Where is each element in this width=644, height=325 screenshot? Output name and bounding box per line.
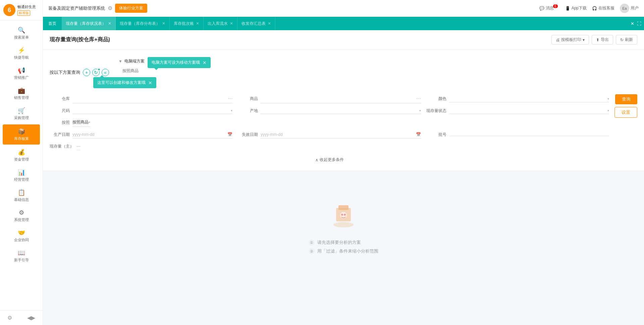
app-download-link[interactable]: 📱 App下载 xyxy=(565,5,587,11)
tooltip2-text: 这里可以创建和修改方案哦 xyxy=(97,80,146,86)
prod-date-input[interactable]: yyyy-mm-dd 📅 xyxy=(72,131,232,139)
sidebar-item-label: 新手引导 xyxy=(14,258,29,263)
export-btn[interactable]: ⬆ 导出 xyxy=(592,35,613,45)
inventory-icon: 📦 xyxy=(18,128,25,135)
sidebar-item-label: 库存核算 xyxy=(14,136,29,141)
size-select[interactable]: ▾ xyxy=(72,107,232,114)
by-select[interactable]: 按照商品 ▾ xyxy=(72,118,90,127)
enterprise-icon: 🤝 xyxy=(18,229,25,236)
origin-select[interactable]: ▾ xyxy=(261,107,421,114)
sidebar-item-sales[interactable]: 💼 销售管理 xyxy=(0,84,43,104)
origin-arrow-icon: ▾ xyxy=(419,109,421,112)
sidebar-item-system[interactable]: ⚙ 系统管理 xyxy=(0,206,43,226)
sidebar-item-marketing[interactable]: 📢 营销推广 xyxy=(0,63,43,84)
calendar-icon: 📅 xyxy=(227,132,232,137)
sidebar-item-basic[interactable]: 📋 基础信息 xyxy=(0,185,43,206)
tab-close-inventory-dist[interactable]: ✕ xyxy=(162,21,165,26)
svg-point-5 xyxy=(344,214,346,216)
color-select[interactable]: ▾ xyxy=(449,96,609,102)
refresh-btn[interactable]: ↻ 刷新 xyxy=(616,35,637,45)
online-support-link[interactable]: 🎧 在线客服 xyxy=(592,5,614,11)
sidebar-bottom: ⚙ ◀▶ xyxy=(0,310,43,325)
expire-date-input[interactable]: yyyy-mm-dd 📅 xyxy=(261,131,421,139)
set-btn[interactable]: 设置 xyxy=(614,107,637,118)
trial-btn[interactable]: 体验行业方案 xyxy=(115,4,147,13)
tooltip-scheme-mobile: 电脑方案可设为移动方案哦 ✕ xyxy=(148,57,211,68)
tab-maximize-icon[interactable]: ⛶ xyxy=(637,21,641,26)
filter-row-5: 现存量（主） — xyxy=(50,143,609,150)
tooltip1-close[interactable]: ✕ xyxy=(203,60,207,65)
settings-icon[interactable]: ⚙ xyxy=(7,315,12,321)
sidebar-item-enterprise[interactable]: 🤝 企业协同 xyxy=(0,226,43,246)
print-btn[interactable]: 🖨 按模板打印 ▾ xyxy=(551,35,589,45)
sales-icon: 💼 xyxy=(18,87,25,94)
header-right: 💬 消息 6 📱 App下载 🎧 在线客服 Ea 用户 xyxy=(539,4,639,13)
logo-text: 畅通好生意 标准版 xyxy=(17,4,36,15)
sidebar: 6 畅通好生意 标准版 🔍 搜索菜单 ⚡ 快捷导航 📢 营销推广 💼 销售管理 … xyxy=(0,0,43,325)
sidebar-item-search[interactable]: 🔍 搜索菜单 xyxy=(0,23,43,43)
tabs-actions: ✕ ⛶ xyxy=(631,21,644,26)
search-btn[interactable]: 查询 xyxy=(615,94,637,104)
filter-origin: 产地 ▾ xyxy=(238,107,421,114)
phone-icon: 📱 xyxy=(565,6,570,11)
sidebar-item-operations[interactable]: 📊 经营管理 xyxy=(0,165,43,185)
finance-icon: 💰 xyxy=(18,149,25,156)
sidebar-item-label: 经营管理 xyxy=(14,177,29,182)
tab-close-inout[interactable]: ✕ xyxy=(230,21,233,26)
filter-row-3: 按照 按照商品 ▾ xyxy=(50,118,609,127)
tab-inventory-status[interactable]: 现存量（库存状况表） ✕ xyxy=(62,17,116,30)
batch-label: 批号 xyxy=(426,132,446,138)
calendar2-icon: 📅 xyxy=(416,132,421,137)
filter-row-wrapper: 仓库 ··· 商品 ··· 颜色 xyxy=(50,94,637,165)
tab-close-summary[interactable]: ✕ xyxy=(268,21,271,26)
refresh-icon: ↻ xyxy=(620,38,624,42)
tab-inventory-dist[interactable]: 现存量（库存分布表） ✕ xyxy=(116,17,170,30)
headset-icon: 🎧 xyxy=(592,6,597,11)
batch-input[interactable] xyxy=(449,133,609,136)
sidebar-item-purchase[interactable]: 🛒 采购管理 xyxy=(0,104,43,124)
filter-col-btns: 查询 设置 xyxy=(614,94,637,118)
system-icon: ⚙ xyxy=(19,209,24,216)
step2-text: 用「过滤」条件来缩小分析范围 xyxy=(317,247,378,256)
collapse-sidebar-icon[interactable]: ◀▶ xyxy=(27,315,35,321)
svg-point-4 xyxy=(341,214,343,216)
tab-close-batch[interactable]: ✕ xyxy=(196,21,199,26)
stock-qty-range[interactable]: — xyxy=(76,143,80,150)
step1-num: ① xyxy=(309,239,315,246)
filter-actions: + ↻ « xyxy=(83,69,109,76)
filter-prod-date: 生产日期 yyyy-mm-dd 📅 xyxy=(50,131,232,139)
collapse-up-icon: ∧ xyxy=(315,158,318,162)
tooltip2-close[interactable]: ✕ xyxy=(148,80,152,86)
tab-close-all-icon[interactable]: ✕ xyxy=(631,21,634,26)
tab-batch-account[interactable]: 库存批次账 ✕ xyxy=(170,17,204,30)
logo-tag: 标准版 xyxy=(17,10,30,16)
messages-link[interactable]: 💬 消息 6 xyxy=(539,5,560,11)
tooltip1-text: 电脑方案可设为移动方案哦 xyxy=(152,60,200,65)
sidebar-nav: 🔍 搜索菜单 ⚡ 快捷导航 📢 营销推广 💼 销售管理 🛒 采购管理 📦 库存核… xyxy=(0,20,43,310)
refresh-scheme-btn[interactable]: ↻ xyxy=(92,69,100,76)
tab-summary[interactable]: 收发存汇总表 ✕ xyxy=(237,17,275,30)
sidebar-item-label: 搜索菜单 xyxy=(14,35,29,40)
prod-date-label: 生产日期 xyxy=(50,132,70,138)
collapse-btn[interactable]: ∧ 收起更多条件 xyxy=(50,154,609,165)
user-area[interactable]: Ea 用户 xyxy=(620,4,639,13)
online-support-label: 在线客服 xyxy=(598,5,614,11)
filter-area: 按以下方案查询 + ↻ « ▼ 电脑端方案 按照商品 xyxy=(43,50,644,171)
filter-color: 颜色 ▾ xyxy=(426,96,609,102)
search-icon: 🔍 xyxy=(18,26,25,34)
add-scheme-btn[interactable]: + xyxy=(83,69,90,76)
tab-home[interactable]: 首页 xyxy=(43,21,62,26)
tab-close-inventory-status[interactable]: ✕ xyxy=(108,21,111,26)
header-settings-icon[interactable]: ⚙ xyxy=(108,5,112,11)
sidebar-item-inventory[interactable]: 📦 库存核算 xyxy=(3,124,40,145)
logo-area: 6 畅通好生意 标准版 xyxy=(0,0,43,20)
sidebar-item-finance[interactable]: 💰 资金管理 xyxy=(0,145,43,165)
product-select[interactable]: ··· xyxy=(261,94,421,103)
sidebar-item-quick[interactable]: ⚡ 快捷导航 xyxy=(0,43,43,63)
sidebar-item-label: 快捷导航 xyxy=(14,55,29,60)
warehouse-select[interactable]: ··· xyxy=(72,94,232,103)
stock-qty-label: 现存量（主） xyxy=(50,144,74,149)
tab-inout-flow[interactable]: 出入库流水 ✕ xyxy=(204,17,237,30)
stock-status-select[interactable]: ▾ xyxy=(449,107,609,114)
sidebar-item-guide[interactable]: 📖 新手引导 xyxy=(0,246,43,266)
